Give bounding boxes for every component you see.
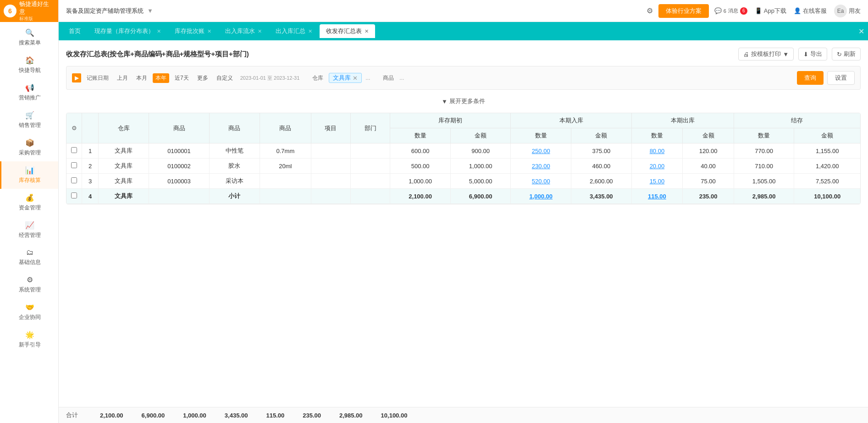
warehouse-tag[interactable]: 文具库 ✕ xyxy=(329,73,362,83)
tab-batch[interactable]: 库存批次账 ✕ xyxy=(168,24,218,38)
sidebar-logo: 6 畅捷通好生意 标准版 xyxy=(0,0,58,22)
sidebar-item-sales[interactable]: 🛒 销售管理 xyxy=(0,106,58,134)
th-settings[interactable]: ⚙ xyxy=(66,113,82,143)
row-bal-amt: 1,420.00 xyxy=(794,159,860,174)
message-badge: 6 xyxy=(740,7,747,15)
date-btn-7days[interactable]: 近7天 xyxy=(172,73,192,83)
tab-close-summary-inout[interactable]: ✕ xyxy=(308,28,312,34)
row-bal-qty: 2,985.00 xyxy=(734,189,794,204)
sidebar-item-cooperation[interactable]: 🤝 企业协同 xyxy=(0,298,58,326)
tab-home[interactable]: 首页 xyxy=(62,24,87,38)
export-button[interactable]: ⬇ 导出 xyxy=(798,48,827,60)
date-btn-last-month[interactable]: 上月 xyxy=(114,73,131,83)
row-out-amt: 75.00 xyxy=(683,174,734,189)
messages-button[interactable]: 💬 6 消息 6 xyxy=(714,7,747,15)
th-out-qty: 数量 xyxy=(631,128,683,143)
sidebar-item-inventory[interactable]: 📊 库存核算 xyxy=(0,161,58,189)
date-filter-label: 记账日期 xyxy=(87,74,109,82)
sidebar-item-quick-nav[interactable]: 🏠 快捷导航 xyxy=(0,51,58,79)
row-checkbox[interactable] xyxy=(66,174,82,189)
tab-summary-inout[interactable]: 出入库汇总 ✕ xyxy=(269,24,319,38)
footer-opening-qty: 2,100.00 xyxy=(100,412,123,419)
th-warehouse: 仓库 xyxy=(99,113,149,143)
print-button[interactable]: 🖨 按模板打印 ▼ xyxy=(738,48,794,60)
sidebar-item-finance[interactable]: 💰 资金管理 xyxy=(0,189,58,216)
data-table: ⚙ 仓库 商品 商品 商品 项目 部门 库存期初 本期入库 本期出库 结存 xyxy=(66,113,860,204)
row-project xyxy=(311,174,350,189)
tab-bar-close-button[interactable]: ✕ xyxy=(858,27,864,36)
row-opening-qty: 2,100.00 xyxy=(390,189,451,204)
date-btn-more[interactable]: 更多 xyxy=(194,73,211,83)
sidebar-item-search[interactable]: 🔍 搜索菜单 xyxy=(0,24,58,51)
th-in-qty: 数量 xyxy=(511,128,571,143)
date-btn-this-month[interactable]: 本月 xyxy=(133,73,150,83)
expand-conditions-button[interactable]: ▼ 展开更多条件 xyxy=(66,95,861,107)
finance-icon: 💰 xyxy=(25,193,34,202)
page-title: 收发存汇总表(按仓库+商品编码+商品+规格型号+项目+部门) xyxy=(66,50,249,59)
warehouse-more-button[interactable]: ... xyxy=(365,75,370,81)
row-in-qty[interactable]: 520.00 xyxy=(511,174,571,189)
row-in-qty[interactable]: 230.00 xyxy=(511,159,571,174)
refresh-button[interactable]: ↻ 刷新 xyxy=(832,48,861,60)
filter-collapse-button[interactable]: ▶ xyxy=(72,73,81,82)
warehouse-tag-close[interactable]: ✕ xyxy=(353,75,358,82)
product-more-button[interactable]: ... xyxy=(399,75,404,81)
sidebar-item-guide[interactable]: 🌟 新手引导 xyxy=(0,326,58,353)
row-in-qty[interactable]: 1,000.00 xyxy=(511,189,571,204)
tab-collect-summary[interactable]: 收发存汇总表 ✕ xyxy=(320,24,375,38)
row-checkbox[interactable] xyxy=(66,143,82,159)
filter-settings-button[interactable]: 设置 xyxy=(827,71,855,85)
experience-button[interactable]: 体验行业方案 xyxy=(658,4,709,18)
sidebar-item-purchase[interactable]: 📦 采购管理 xyxy=(0,134,58,161)
row-code: 0100003 xyxy=(149,174,210,189)
row-dept xyxy=(350,159,390,174)
row-name: 采访本 xyxy=(209,174,260,189)
row-bal-qty: 770.00 xyxy=(734,143,794,159)
sidebar-item-basic[interactable]: 🗂 基础信息 xyxy=(0,244,58,271)
table-row: 1 文具库 0100001 中性笔 0.7mm 600.00 900.00 25… xyxy=(66,143,860,159)
inventory-icon: 📊 xyxy=(25,166,34,175)
filter-actions: 查询 设置 xyxy=(797,71,855,85)
query-button[interactable]: 查询 xyxy=(797,71,824,85)
tab-close-collect-summary[interactable]: ✕ xyxy=(365,28,369,34)
row-warehouse: 文具库 xyxy=(99,174,149,189)
row-out-qty[interactable]: 115.00 xyxy=(631,189,683,204)
row-in-qty[interactable]: 250.00 xyxy=(511,143,571,159)
tab-close-flow[interactable]: ✕ xyxy=(258,28,262,34)
sidebar: 6 畅捷通好生意 标准版 🔍 搜索菜单 🏠 快捷导航 📢 营销推广 🛒 销售管理… xyxy=(0,0,59,423)
row-checkbox[interactable] xyxy=(66,189,82,204)
footer-in-amt: 3,435.00 xyxy=(225,412,248,419)
sidebar-nav: 🔍 搜索菜单 🏠 快捷导航 📢 营销推广 🛒 销售管理 📦 采购管理 📊 库存核… xyxy=(0,22,58,423)
th-dept: 部门 xyxy=(350,113,390,143)
tab-close-stock-dist[interactable]: ✕ xyxy=(157,28,161,34)
sidebar-item-marketing[interactable]: 📢 营销推广 xyxy=(0,79,58,106)
tab-stock-dist[interactable]: 现存量（库存分布表） ✕ xyxy=(88,24,167,38)
row-opening-amt: 900.00 xyxy=(450,143,511,159)
user-menu[interactable]: Ea 用友 xyxy=(834,5,861,17)
date-range-display: 2023-01-01 至 2023-12-31 xyxy=(240,75,300,82)
row-dept xyxy=(350,174,390,189)
online-service-button[interactable]: 👤 在线客服 xyxy=(794,7,827,15)
footer-out-qty: 115.00 xyxy=(266,412,284,419)
sidebar-item-operation[interactable]: 📈 经营管理 xyxy=(0,216,58,244)
row-project xyxy=(311,159,350,174)
column-settings-icon[interactable]: ⚙ xyxy=(72,125,77,132)
row-out-qty[interactable]: 80.00 xyxy=(631,143,683,159)
date-btn-this-year[interactable]: 本年 xyxy=(153,73,169,83)
row-in-amt: 3,435.00 xyxy=(571,189,632,204)
sidebar-item-system[interactable]: ⚙ 系统管理 xyxy=(0,271,58,298)
row-code: 0100002 xyxy=(149,159,210,174)
row-out-qty[interactable]: 15.00 xyxy=(631,174,683,189)
row-out-qty[interactable]: 20.00 xyxy=(631,159,683,174)
row-opening-amt: 6,900.00 xyxy=(450,189,511,204)
tab-flow[interactable]: 出入库流水 ✕ xyxy=(219,24,268,38)
row-out-amt: 235.00 xyxy=(683,189,734,204)
th-no xyxy=(82,113,99,143)
warehouse-filter-label: 仓库 xyxy=(312,74,323,82)
app-download-button[interactable]: 📱 App下载 xyxy=(755,7,786,15)
row-dept xyxy=(350,143,390,159)
date-btn-custom[interactable]: 自定义 xyxy=(214,73,236,83)
row-checkbox[interactable] xyxy=(66,159,82,174)
settings-gear-icon[interactable]: ⚙ xyxy=(647,6,653,15)
tab-close-batch[interactable]: ✕ xyxy=(207,28,211,34)
